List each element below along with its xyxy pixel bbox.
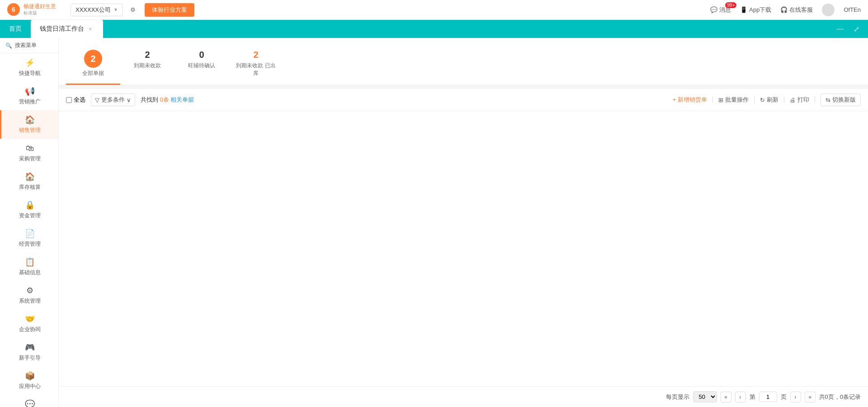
stat-tab-overdue[interactable]: 2 到期未收款 <box>120 45 175 85</box>
app-logo-icon: 6 <box>7 3 20 16</box>
stat-num-overdue: 2 <box>127 50 167 60</box>
sidebar-item-label: 应用中心 <box>19 383 41 390</box>
divider <box>754 97 755 103</box>
online-service-button[interactable]: 🎧 在线客服 <box>780 6 813 14</box>
divider <box>784 97 784 103</box>
found-count: 0条 <box>160 96 169 103</box>
refresh-button[interactable]: ↻ 刷新 <box>760 96 778 104</box>
tab-home[interactable]: 首页 <box>0 20 31 38</box>
prev-page-button[interactable]: ‹ <box>735 392 746 402</box>
toolbar: 全选 ▽ 更多条件 ∨ 共找到 0条 相关单据 + 新增销货单 ⊞ 批量操作 <box>59 89 868 111</box>
next-page-button[interactable]: › <box>790 392 801 402</box>
sidebar-item-label: 经营管理 <box>19 240 41 248</box>
stat-label-overdue-shipped: 到期未收款 已出库 <box>236 62 276 77</box>
sidebar-item-cooperation[interactable]: 🤝 企业协同 <box>0 309 58 338</box>
chevron-down-icon: ▼ <box>113 7 118 12</box>
first-page-button[interactable]: « <box>721 392 731 402</box>
download-icon: 📱 <box>740 6 747 13</box>
sidebar-item-wechat[interactable]: 💬 企业微信 <box>0 395 58 407</box>
sidebar-item-label: 企业协同 <box>19 326 41 333</box>
stat-tab-overdue-shipped[interactable]: 2 到期未收款 已出库 <box>229 45 283 85</box>
sidebar-item-label: 资金管理 <box>19 212 41 220</box>
message-icon: 💬 <box>710 6 717 13</box>
sales-icon: 🏠 <box>25 115 35 125</box>
sidebar-item-label: 销售管理 <box>19 126 41 134</box>
stat-label-pending: 旺辅待确认 <box>182 62 222 70</box>
sidebar-item-quick-nav[interactable]: ⚡ 快捷导航 <box>0 53 58 82</box>
search-menu[interactable]: 🔍 搜索菜单 <box>0 38 58 53</box>
avatar[interactable] <box>822 4 835 16</box>
filter-button[interactable]: ▽ 更多条件 ∨ <box>91 94 135 106</box>
divider <box>712 97 713 103</box>
sidebar-item-system[interactable]: ⚙ 系统管理 <box>0 281 58 309</box>
sidebar-item-apps[interactable]: 📦 应用中心 <box>0 366 58 395</box>
sidebar-item-marketing[interactable]: 📢 营销推广 <box>0 82 58 110</box>
header-right: 💬 消息 99+ 📱 App下载 🎧 在线客服 OfTEn <box>710 4 861 16</box>
page-suffix: 页 <box>781 393 787 401</box>
trial-button[interactable]: 体验行业方案 <box>145 3 194 17</box>
stat-num-all: 2 <box>84 50 102 68</box>
app-download-button[interactable]: 📱 App下载 <box>740 6 771 14</box>
messages-button[interactable]: 💬 消息 99+ <box>710 6 731 14</box>
last-page-button[interactable]: » <box>805 392 816 402</box>
operations-icon: 📄 <box>25 229 35 239</box>
company-name: XXXXXX公司 <box>75 6 111 14</box>
settings-button[interactable]: ⚙ <box>127 4 139 16</box>
sidebar-item-sales[interactable]: 🏠 销售管理 <box>0 110 58 139</box>
maximize-icon[interactable]: ⤢ <box>850 23 863 35</box>
app-logo-text: 畅捷通好生意 标准版 <box>24 3 56 16</box>
per-page-select[interactable]: 50 <box>693 391 717 402</box>
total-label: 共0页，0条记录 <box>819 393 861 401</box>
chevron-down-icon: ∨ <box>127 97 131 103</box>
message-badge: 99+ <box>725 2 736 8</box>
sidebar-item-operations[interactable]: 📄 经营管理 <box>0 224 58 253</box>
purchase-icon: 🛍 <box>25 143 35 153</box>
switch-version-button[interactable]: ⇆ 切换新版 <box>821 94 861 106</box>
sidebar-item-label: 基础信息 <box>19 269 41 276</box>
basics-icon: 📋 <box>25 257 35 267</box>
stat-tab-all[interactable]: 2 全部单据 <box>66 45 120 85</box>
print-button[interactable]: 🖨 打印 <box>790 96 809 104</box>
service-icon: 🎧 <box>780 6 788 13</box>
stat-num-overdue-shipped: 2 <box>236 50 276 60</box>
sidebar-item-inventory[interactable]: 🏠 库存核算 <box>0 167 58 196</box>
related-orders-link[interactable]: 相关单据 <box>170 96 194 103</box>
user-name: OfTEn <box>844 6 861 13</box>
main-layout: 🔍 搜索菜单 ⚡ 快捷导航 📢 营销推广 🏠 销售管理 🛍 采购管理 🏠 库存核… <box>0 38 868 407</box>
refresh-icon: ↻ <box>760 97 765 103</box>
select-all-checkbox[interactable]: 全选 <box>66 96 85 104</box>
lightning-icon: ⚡ <box>25 58 35 68</box>
batch-icon: ⊞ <box>718 97 723 103</box>
nav-tabs: 首页 钱货日清工作台 × — ⤢ <box>0 20 868 38</box>
content-area: 2 全部单据 2 到期未收款 0 旺辅待确认 2 到期未收款 已出库 全选 <box>59 38 868 407</box>
page-input[interactable] <box>759 392 777 402</box>
minimize-icon[interactable]: — <box>834 23 846 35</box>
table-area <box>59 111 868 386</box>
batch-operation-button[interactable]: ⊞ 批量操作 <box>718 96 749 104</box>
system-icon: ⚙ <box>25 285 35 295</box>
filter-icon: ▽ <box>95 97 99 103</box>
page-label: 第 <box>750 393 755 401</box>
sidebar-item-capital[interactable]: 🔒 资金管理 <box>0 196 58 224</box>
sidebar-item-label: 营销推广 <box>19 98 41 106</box>
top-header: 6 畅捷通好生意 标准版 XXXXXX公司 ▼ ⚙ 体验行业方案 💬 消息 99… <box>0 0 868 20</box>
company-selector[interactable]: XXXXXX公司 ▼ <box>71 4 123 16</box>
found-text: 共找到 0条 相关单据 <box>141 96 194 104</box>
sidebar-item-guide[interactable]: 🎮 新手引导 <box>0 338 58 366</box>
pagination: 每页显示 50 « ‹ 第 页 › » 共0页，0条记录 <box>59 386 868 407</box>
stat-label-overdue: 到期未收款 <box>127 62 167 70</box>
sidebar-item-label: 新手引导 <box>19 354 41 362</box>
sidebar-item-label: 系统管理 <box>19 297 41 305</box>
sidebar-item-label: 库存核算 <box>19 183 41 191</box>
sidebar-item-basics[interactable]: 📋 基础信息 <box>0 253 58 281</box>
stat-tab-pending[interactable]: 0 旺辅待确认 <box>175 45 229 85</box>
add-sales-order-button[interactable]: + 新增销货单 <box>673 96 707 104</box>
megaphone-icon: 📢 <box>25 86 35 96</box>
tab-close-icon[interactable]: × <box>87 25 94 33</box>
tab-cash-flow[interactable]: 钱货日清工作台 × <box>31 20 103 38</box>
stats-tabs: 2 全部单据 2 到期未收款 0 旺辅待确认 2 到期未收款 已出库 <box>59 38 868 85</box>
toolbar-right: + 新增销货单 ⊞ 批量操作 ↻ 刷新 🖨 打印 <box>673 94 861 106</box>
checkbox-input[interactable] <box>66 97 72 103</box>
switch-icon: ⇆ <box>826 97 830 103</box>
sidebar-item-purchase[interactable]: 🛍 采购管理 <box>0 139 58 167</box>
